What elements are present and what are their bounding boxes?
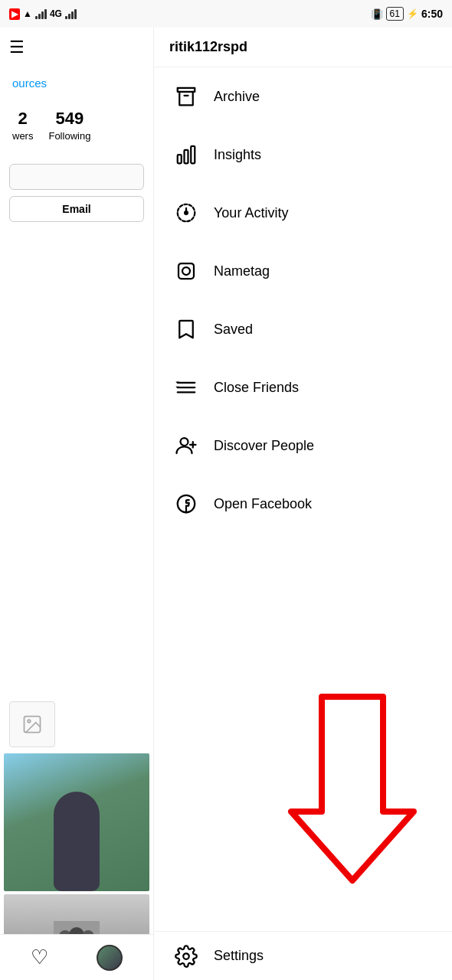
stat-following: 549 Following <box>48 109 90 142</box>
left-panel: ☰ ources 2 wers 549 Following Email <box>0 28 153 980</box>
svg-point-23 <box>183 953 189 959</box>
menu-item-archive[interactable]: Archive <box>154 67 452 126</box>
discover-people-label: Discover People <box>214 438 314 454</box>
menu-item-nametag[interactable]: Nametag <box>154 242 452 300</box>
saved-icon <box>172 315 200 343</box>
vibrate-icon: 📳 <box>371 8 383 20</box>
menu-item-open-facebook[interactable]: Open Facebook <box>154 475 452 533</box>
archive-label: Archive <box>214 89 260 105</box>
status-right: 📳 61 ⚡ 6:50 <box>371 7 443 21</box>
menu-item-discover-people[interactable]: Discover People <box>154 416 452 475</box>
profile-photo-1 <box>4 753 149 891</box>
settings-label: Settings <box>214 948 264 964</box>
youtube-icon: ▶ <box>9 8 20 20</box>
charging-icon: ⚡ <box>407 8 418 19</box>
facebook-icon <box>172 490 200 518</box>
following-label: Following <box>48 130 90 142</box>
menu-header: ritik112rspd <box>154 28 452 67</box>
discover-people-icon <box>172 432 200 459</box>
following-count: 549 <box>48 109 90 129</box>
svg-point-1 <box>28 720 31 723</box>
network-type: 4G <box>50 8 62 19</box>
person-silhouette <box>54 792 100 891</box>
your-activity-label: Your Activity <box>214 205 288 221</box>
bottom-nav: ♡ <box>0 934 153 980</box>
insights-label: Insights <box>214 147 261 163</box>
settings-row[interactable]: Settings <box>154 931 452 980</box>
close-friends-label: Close Friends <box>214 380 299 396</box>
status-left: ▶ ▲ 4G <box>9 8 77 20</box>
close-friends-icon <box>172 374 200 401</box>
settings-icon <box>172 942 200 970</box>
time-display: 6:50 <box>421 8 443 20</box>
svg-rect-8 <box>191 146 195 164</box>
status-logo-icon: ▲ <box>23 8 32 19</box>
svg-marker-22 <box>291 697 414 880</box>
photos-area: ♡ <box>0 695 153 980</box>
heart-icon[interactable]: ♡ <box>31 946 48 969</box>
profile-avatar[interactable] <box>97 945 123 971</box>
profile-stats: 2 wers 549 Following <box>0 96 153 149</box>
stat-followers: 2 wers <box>12 109 33 142</box>
battery-level: 61 <box>386 7 404 21</box>
archive-icon <box>172 83 200 110</box>
followers-count: 2 <box>12 109 33 129</box>
arrow-annotation <box>276 689 429 888</box>
svg-point-18 <box>181 438 188 446</box>
dropdown-menu: ritik112rspd Archive <box>153 28 452 980</box>
email-button[interactable]: Email <box>9 196 144 222</box>
menu-item-close-friends[interactable]: Close Friends <box>154 358 452 416</box>
menu-item-your-activity[interactable]: Your Activity <box>154 184 452 242</box>
insights-icon <box>172 141 200 168</box>
svg-point-12 <box>182 267 190 275</box>
menu-item-saved[interactable]: Saved <box>154 300 452 358</box>
status-bar: ▶ ▲ 4G 📳 61 ⚡ 6:50 <box>0 0 452 28</box>
your-activity-icon <box>172 199 200 227</box>
svg-rect-6 <box>178 155 182 163</box>
resources-text: ources <box>12 77 47 90</box>
saved-label: Saved <box>214 322 253 338</box>
nametag-label: Nametag <box>214 263 270 279</box>
menu-username: ritik112rspd <box>169 39 247 55</box>
photo-placeholder-icon <box>9 701 55 747</box>
main-layout: ☰ ources 2 wers 549 Following Email <box>0 28 452 980</box>
svg-point-10 <box>185 211 188 214</box>
nametag-icon <box>172 257 200 285</box>
left-top-bar: ☰ <box>0 28 153 67</box>
svg-rect-7 <box>185 150 188 164</box>
svg-rect-11 <box>179 263 194 279</box>
hamburger-icon[interactable]: ☰ <box>9 39 25 56</box>
open-facebook-label: Open Facebook <box>214 496 312 512</box>
profile-resources: ources <box>0 67 153 96</box>
signal-bars2-icon <box>65 8 77 19</box>
signal-bars-icon <box>35 8 47 19</box>
menu-item-insights[interactable]: Insights <box>154 126 452 184</box>
bio-input[interactable] <box>9 164 144 190</box>
followers-label: wers <box>12 130 33 142</box>
